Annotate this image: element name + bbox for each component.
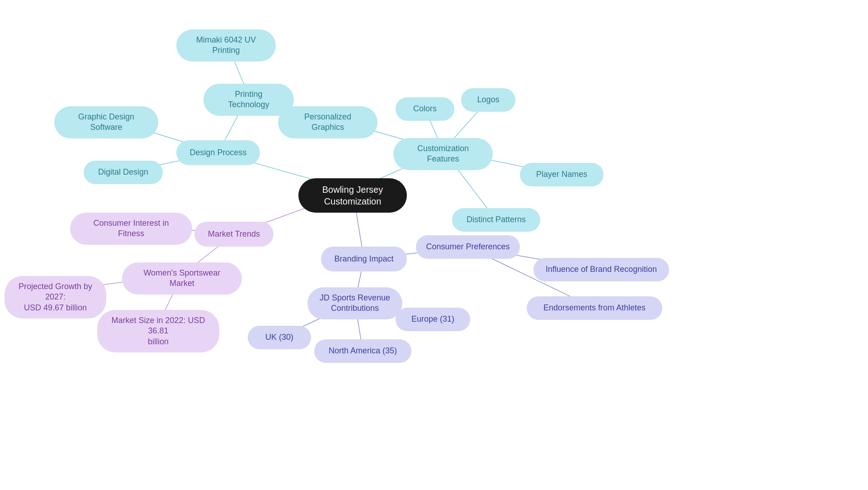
- node-consumer_pref: Consumer Preferences: [416, 235, 520, 259]
- center-node: Bowling Jersey Customization: [298, 178, 407, 213]
- node-personalized: Personalized Graphics: [278, 106, 377, 138]
- mindmap-container: Bowling Jersey CustomizationMimaki 6042 …: [0, 0, 868, 490]
- node-consumer_fitness: Consumer Interest in Fitness: [70, 213, 192, 245]
- node-logos: Logos: [461, 88, 515, 112]
- node-colors: Colors: [396, 97, 454, 121]
- node-market_trends: Market Trends: [194, 222, 274, 247]
- node-north_america: North America (35): [314, 339, 411, 363]
- node-influence: Influence of Brand Recognition: [533, 258, 669, 281]
- node-playernames: Player Names: [520, 163, 604, 186]
- node-europe: Europe (31): [396, 308, 470, 331]
- node-endorsements: Endorsements from Athletes: [527, 296, 662, 320]
- node-customization: Customization Features: [393, 138, 493, 170]
- node-digital: Digital Design: [84, 161, 163, 184]
- node-design: Design Process: [176, 140, 260, 165]
- node-jd_sports: JD Sports Revenue Contributions: [307, 287, 402, 319]
- node-uk: UK (30): [248, 326, 311, 349]
- node-patterns: Distinct Patterns: [452, 208, 540, 232]
- node-projected: Projected Growth by 2027: USD 49.67 bill…: [5, 276, 106, 319]
- node-printing: Printing Technology: [203, 84, 294, 116]
- node-womens: Women's Sportswear Market: [122, 262, 242, 295]
- node-mimaki: Mimaki 6042 UV Printing: [176, 29, 276, 62]
- node-branding: Branding Impact: [321, 247, 407, 271]
- node-graphic: Graphic Design Software: [54, 106, 158, 138]
- node-market_size: Market Size in 2022: USD 36.81 billion: [97, 310, 219, 352]
